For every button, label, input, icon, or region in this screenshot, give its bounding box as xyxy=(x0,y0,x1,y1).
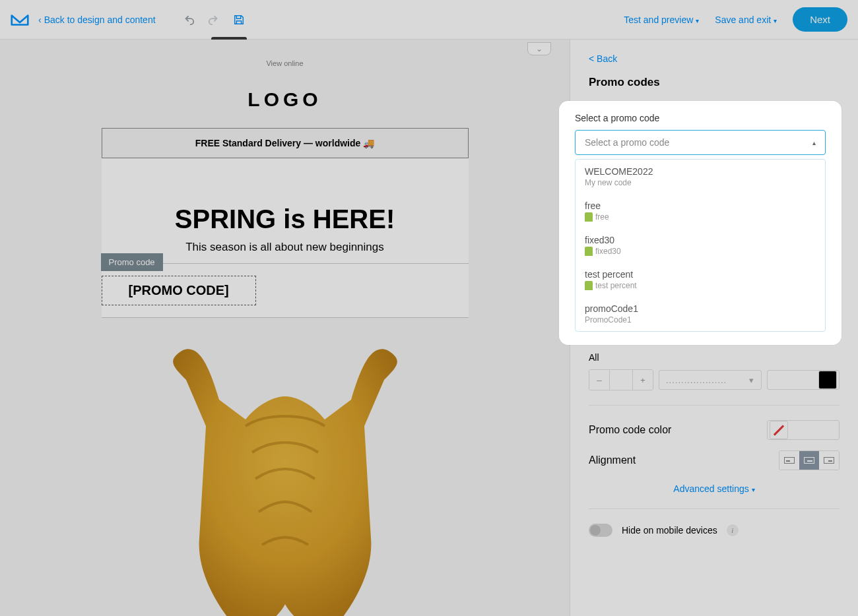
undo-icon[interactable] xyxy=(182,13,195,26)
hero-title: SPRING is HERE! xyxy=(102,204,469,234)
promo-code-select[interactable]: Select a promo code ▴ xyxy=(575,130,826,155)
promo-code-text: [PROMO CODE] xyxy=(102,276,256,305)
save-icon[interactable] xyxy=(232,13,246,26)
sidebar-back-button[interactable]: < Back xyxy=(589,53,617,64)
topbar: ‹ Back to design and content Test and pr… xyxy=(0,0,858,40)
align-center-icon xyxy=(804,457,814,464)
promo-code-block[interactable]: Promo code [PROMO CODE] xyxy=(102,263,469,318)
alignment-row: Alignment xyxy=(589,450,840,470)
info-icon[interactable]: i xyxy=(727,524,739,536)
promo-tag: Promo code xyxy=(101,253,163,271)
alignment-group xyxy=(779,450,840,470)
save-exit-menu[interactable]: Save and exit▾ xyxy=(715,15,777,25)
redo-icon[interactable] xyxy=(207,13,220,26)
email-canvas[interactable]: View online LOGO FREE Standard Delivery … xyxy=(102,55,469,616)
caret-down-icon: ▾ xyxy=(696,17,699,24)
canvas-area: ⌄ View online LOGO FREE Standard Deliver… xyxy=(0,40,570,616)
chevron-left-icon: ‹ xyxy=(38,15,42,25)
shopify-icon xyxy=(585,212,593,222)
test-preview-menu[interactable]: Test and preview▾ xyxy=(624,15,699,25)
option-title: WELCOME2022 xyxy=(585,166,816,177)
back-to-design-link[interactable]: ‹ Back to design and content xyxy=(38,15,156,25)
option-sub: fixed30 xyxy=(585,247,816,256)
topbar-right: Test and preview▾ Save and exit▾ Next xyxy=(624,7,847,32)
shopify-icon xyxy=(585,247,593,256)
promo-color-swatch[interactable] xyxy=(770,421,788,439)
delivery-banner: FREE Standard Delivery — worldwide 🚚 xyxy=(102,128,469,158)
hide-mobile-toggle[interactable] xyxy=(589,524,612,537)
next-button[interactable]: Next xyxy=(793,7,847,32)
hero-section: SPRING is HERE! This season is all about… xyxy=(102,171,469,263)
option-title: test percent xyxy=(585,269,816,280)
promo-color-label: Promo code color xyxy=(589,424,671,436)
caret-down-icon: ▾ xyxy=(774,17,777,24)
dropdown-option[interactable]: free free xyxy=(576,194,825,228)
chevron-down-icon: ⌄ xyxy=(536,44,543,53)
promo-select-panel: Select a promo code Select a promo code … xyxy=(559,101,842,345)
border-style-select[interactable]: .................... ▾ xyxy=(659,370,762,390)
border-width-stepper: – + xyxy=(589,369,653,390)
border-color-swatch[interactable] xyxy=(818,371,837,389)
logo-text: LOGO xyxy=(102,74,469,128)
caret-down-icon: ▾ xyxy=(749,375,754,385)
collapse-handle[interactable]: ⌄ xyxy=(527,42,551,55)
divider xyxy=(589,405,840,406)
hide-mobile-row: Hide on mobile devices i xyxy=(589,524,840,537)
hide-mobile-label: Hide on mobile devices xyxy=(622,525,717,536)
stepper-minus[interactable]: – xyxy=(589,370,609,390)
dropdown-option[interactable]: test percent test percent xyxy=(576,262,825,297)
option-title: free xyxy=(585,200,816,211)
shopify-icon xyxy=(585,281,593,290)
promo-color-wrap xyxy=(767,420,840,440)
sidebar-title: Promo codes xyxy=(589,76,840,89)
caret-down-icon: ▾ xyxy=(752,486,755,493)
option-sub: free xyxy=(585,212,816,222)
sweater-illustration xyxy=(147,340,424,616)
border-controls: – + .................... ▾ xyxy=(589,369,840,390)
align-left-button[interactable] xyxy=(779,451,799,470)
option-sub: My new code xyxy=(585,178,816,187)
dropdown-option[interactable]: WELCOME2022 My new code xyxy=(576,160,825,194)
caret-up-icon: ▴ xyxy=(812,139,816,146)
align-left-icon xyxy=(784,457,795,464)
divider xyxy=(589,508,840,509)
align-right-icon xyxy=(824,457,834,464)
option-sub: test percent xyxy=(585,281,816,290)
back-label: Back to design and content xyxy=(44,15,156,25)
select-label: Select a promo code xyxy=(575,113,826,123)
dropdown-option[interactable]: promoCode1 PromoCode1 xyxy=(576,297,825,331)
dropdown-option[interactable]: fixed30 fixed30 xyxy=(576,228,825,262)
border-color-wrap xyxy=(767,370,840,390)
option-sub: PromoCode1 xyxy=(585,315,816,324)
option-title: promoCode1 xyxy=(585,303,816,314)
align-center-button[interactable] xyxy=(799,451,819,470)
app-logo-icon xyxy=(11,13,29,26)
view-online-link[interactable]: View online xyxy=(102,55,469,74)
editor-actions xyxy=(182,13,246,26)
stepper-plus[interactable]: + xyxy=(633,370,653,390)
border-width-input[interactable] xyxy=(609,370,633,390)
promo-color-row: Promo code color xyxy=(589,420,840,440)
alignment-label: Alignment xyxy=(589,454,636,466)
option-title: fixed30 xyxy=(585,235,816,245)
advanced-settings-link[interactable]: Advanced settings ▾ xyxy=(589,483,840,494)
hero-image xyxy=(102,318,469,616)
select-placeholder: Select a promo code xyxy=(585,137,669,148)
promo-code-dropdown: WELCOME2022 My new code free free fixed3… xyxy=(575,159,826,332)
align-right-button[interactable] xyxy=(819,451,839,470)
all-label: All xyxy=(589,352,840,363)
